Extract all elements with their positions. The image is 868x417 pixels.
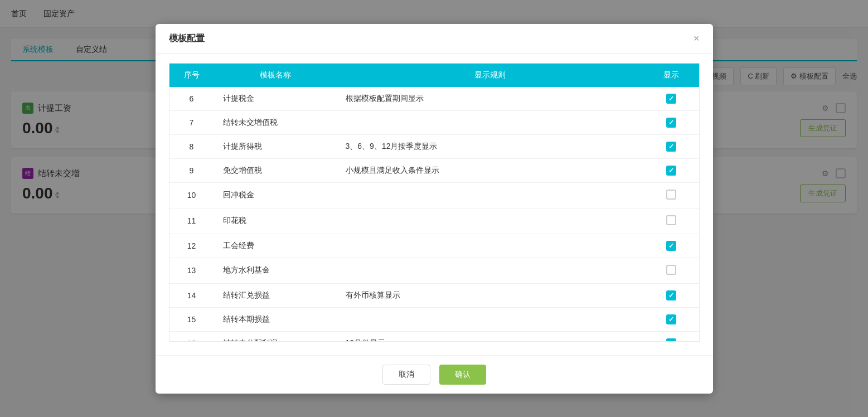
col-header-index: 序号: [169, 64, 214, 87]
row-rule: [337, 182, 643, 208]
modal-close-button[interactable]: ×: [694, 33, 700, 43]
row-name: 回冲税金: [214, 182, 337, 208]
cancel-button[interactable]: 取消: [382, 365, 430, 385]
modal-template-config: 模板配置 × 序号 模板名称 显示规则 显示 6: [156, 24, 713, 394]
row-name: 结转本期损益: [214, 307, 337, 331]
row-checkbox[interactable]: [666, 190, 676, 200]
row-rule: [337, 208, 643, 234]
modal-overlay: 模板配置 × 序号 模板名称 显示规则 显示 6: [0, 0, 868, 417]
row-checkbox[interactable]: [666, 265, 676, 275]
row-rule: [337, 110, 643, 134]
row-rule: 小规模且满足收入条件显示: [337, 158, 643, 182]
row-rule: 有外币核算显示: [337, 283, 643, 307]
row-rule: 3、6、9、12月按季度显示: [337, 134, 643, 158]
row-name: 计提所得税: [214, 134, 337, 158]
confirm-button[interactable]: 确认: [439, 365, 486, 385]
modal-body: 序号 模板名称 显示规则 显示 6 计提税金 根据模板配置期间显示 7 结转未交…: [156, 54, 713, 355]
row-checkbox[interactable]: [666, 166, 676, 176]
row-checkbox[interactable]: [666, 94, 676, 104]
row-index: 7: [169, 110, 214, 134]
row-rule: 12月份显示: [337, 331, 643, 342]
table-row: 16 结转未分配利润 12月份显示: [169, 331, 699, 342]
table-row: 12 工会经费: [169, 234, 699, 258]
table-row: 7 结转未交增值税: [169, 110, 699, 134]
modal-footer: 取消 确认: [156, 355, 713, 394]
table-row: 9 免交增值税 小规模且满足收入条件显示: [169, 158, 699, 182]
table-row: 6 计提税金 根据模板配置期间显示: [169, 87, 699, 111]
row-checkbox[interactable]: [666, 241, 676, 251]
table-row: 11 印花税: [169, 208, 699, 234]
row-rule: [337, 234, 643, 258]
row-name: 印花税: [214, 208, 337, 234]
row-checkbox[interactable]: [666, 118, 676, 128]
modal-header: 模板配置 ×: [156, 24, 713, 54]
row-name: 结转汇兑损益: [214, 283, 337, 307]
row-name: 结转未交增值税: [214, 110, 337, 134]
row-checkbox[interactable]: [666, 142, 676, 152]
table-row: 14 结转汇兑损益 有外币核算显示: [169, 283, 699, 307]
table-scroll-container[interactable]: 序号 模板名称 显示规则 显示 6 计提税金 根据模板配置期间显示 7 结转未交…: [169, 63, 700, 342]
row-rule: [337, 307, 643, 331]
row-index: 15: [169, 307, 214, 331]
row-index: 8: [169, 134, 214, 158]
row-name: 工会经费: [214, 234, 337, 258]
row-index: 10: [169, 182, 214, 208]
modal-title: 模板配置: [169, 33, 205, 45]
row-index: 6: [169, 87, 214, 111]
row-checkbox[interactable]: [666, 290, 676, 300]
row-checkbox[interactable]: [666, 338, 676, 342]
row-checkbox[interactable]: [666, 314, 676, 324]
row-index: 9: [169, 158, 214, 182]
config-table: 序号 模板名称 显示规则 显示 6 计提税金 根据模板配置期间显示 7 结转未交…: [169, 64, 699, 342]
table-row: 13 地方水利基金: [169, 258, 699, 283]
row-rule: 根据模板配置期间显示: [337, 87, 643, 111]
row-name: 地方水利基金: [214, 258, 337, 283]
row-name: 结转未分配利润: [214, 331, 337, 342]
row-index: 12: [169, 234, 214, 258]
row-rule: [337, 258, 643, 283]
row-checkbox[interactable]: [666, 215, 676, 225]
table-row: 15 结转本期损益: [169, 307, 699, 331]
row-index: 14: [169, 283, 214, 307]
row-name: 计提税金: [214, 87, 337, 111]
row-index: 13: [169, 258, 214, 283]
col-header-name: 模板名称: [214, 64, 337, 87]
row-index: 11: [169, 208, 214, 234]
table-row: 10 回冲税金: [169, 182, 699, 208]
row-index: 16: [169, 331, 214, 342]
table-row: 8 计提所得税 3、6、9、12月按季度显示: [169, 134, 699, 158]
row-name: 免交增值税: [214, 158, 337, 182]
col-header-rule: 显示规则: [337, 64, 643, 87]
col-header-display: 显示: [643, 64, 699, 87]
